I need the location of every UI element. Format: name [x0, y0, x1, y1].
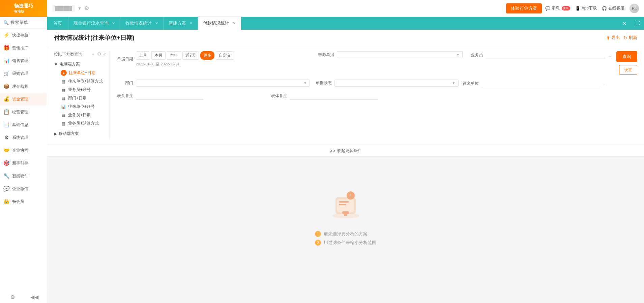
scheme-item-contact-payment[interactable]: ▦ 往来单位+结算方式 — [54, 77, 106, 86]
scheme-item-staff-payment[interactable]: ▦ 业务员+结算方式 — [54, 119, 106, 128]
main-area: ██████ ▼ ⚙ 体验行业方案 💬 消息 99+ 📱 App下载 🎧 在线客… — [47, 0, 644, 303]
collapse-bar: ∧∧ 收起更多条件 — [47, 145, 644, 157]
tab-bank[interactable]: 现金银行流水查询✕ — [68, 17, 120, 30]
basic-icon: 📑 — [3, 122, 9, 128]
topbar-gear-icon[interactable]: ⚙ — [84, 5, 89, 11]
message-icon: 💬 — [545, 6, 550, 11]
contact-more-icon[interactable]: … — [602, 81, 607, 86]
sidebar-item-member[interactable]: 👑 畅会员 — [0, 195, 47, 208]
collapse-label: 收起更多条件 — [337, 148, 361, 154]
scheme-item-staff-date[interactable]: ▦ 业务员+日期 — [54, 111, 106, 119]
sidebar-item-label-basic: 基础信息 — [12, 122, 28, 128]
contact-input[interactable] — [481, 80, 600, 87]
trial-button[interactable]: 体验行业方案 — [506, 3, 542, 13]
app-download-button[interactable]: 📱 App下载 — [575, 5, 597, 11]
maximize-tab-btn[interactable]: ⛶ — [631, 20, 644, 26]
tab-new-scheme[interactable]: 新建方案✕ — [164, 17, 198, 30]
staff-label: 业务员 — [466, 52, 483, 58]
custom-date-btn[interactable]: 自定义 — [216, 51, 234, 60]
empty-tip-1: 1 请先选择要分析的方案 — [315, 231, 376, 237]
export-button[interactable]: ⬆ 导出 — [606, 35, 620, 41]
avatar[interactable]: Rit — [630, 4, 639, 13]
sidebar-item-enterprise[interactable]: 🤝 企业协同 — [0, 144, 47, 157]
sidebar-item-system[interactable]: ⚙ 系统管理 — [0, 131, 47, 144]
sidebar-item-operation[interactable]: 📋 经营管理 — [0, 105, 47, 118]
scheme-label-staff-payment: 业务员+结算方式 — [68, 121, 99, 126]
inventory-icon: 📦 — [3, 83, 9, 89]
sidebar-item-finance[interactable]: 💰 资金管理 — [0, 93, 47, 105]
staff-input[interactable] — [486, 51, 606, 59]
finance-icon: 💰 — [3, 96, 9, 102]
dept-select[interactable]: ▼ — [136, 80, 310, 87]
sidebar-item-quick-nav[interactable]: ⚡ 快捷导航 — [0, 29, 47, 41]
sidebar-item-basic[interactable]: 📑 基础信息 — [0, 118, 47, 131]
app-icon: 📱 — [575, 6, 580, 11]
sidebar-item-label-marketing: 营销推广 — [12, 45, 28, 51]
tab-home[interactable]: 首页 — [47, 17, 68, 30]
tab-payment[interactable]: 付款情况统计✕ — [198, 17, 241, 30]
contact-label: 往来单位 — [462, 81, 479, 86]
mobile-section-title[interactable]: ▶ 移动端方案 — [54, 129, 106, 138]
service-label: 在线客服 — [608, 5, 624, 11]
close-tab-btn[interactable]: ✕ — [618, 20, 631, 27]
sidebar-item-inventory[interactable]: 📦 库存核算 — [0, 80, 47, 93]
sidebar-settings-btn[interactable]: ⚙ — [3, 294, 22, 300]
system-icon: ⚙ — [3, 134, 9, 141]
settings-button[interactable]: 设置 — [619, 65, 637, 75]
collapse-sidebar-icon[interactable]: « — [103, 51, 106, 57]
scheme-item-contact-account[interactable]: 📊 往来单位+账号 — [54, 102, 106, 111]
close-tab-payment-icon[interactable]: ✕ — [233, 21, 236, 26]
sidebar-item-sales[interactable]: 📊 销售管理 — [0, 54, 47, 67]
query-button[interactable]: 查询 — [616, 51, 637, 62]
sidebar-item-hardware[interactable]: 🔧 智能硬件 — [0, 170, 47, 182]
scheme-label-staff-account: 业务员+账号 — [68, 87, 91, 93]
table-note-input[interactable] — [136, 92, 203, 100]
sidebar-item-guide[interactable]: 🎯 新手引导 — [0, 157, 47, 170]
scheme-item-dept-date[interactable]: ▦ 部门+日期 — [54, 94, 106, 102]
enterprise-icon: 🤝 — [3, 147, 9, 153]
bill-status-select[interactable]: ▼ — [334, 80, 459, 87]
close-tab-collection-icon[interactable]: ✕ — [155, 21, 158, 26]
sidebar-item-label-guide: 新手引导 — [12, 160, 28, 166]
scheme-item-contact-date[interactable]: ● 往来单位+日期 — [54, 68, 106, 77]
staff-more-icon[interactable]: … — [608, 53, 613, 58]
message-button[interactable]: 💬 消息 99+ — [545, 5, 570, 11]
body-note-input[interactable] — [290, 92, 378, 100]
source-select[interactable]: ▼ — [337, 51, 463, 58]
tab-collection[interactable]: 收款情况统计✕ — [120, 17, 164, 30]
date-range-text: 2022-01-01 至 2022-12-31 — [136, 62, 312, 67]
sidebar-search[interactable]: 🔍 搜索菜单 — [0, 17, 47, 29]
scheme-label-staff-date: 业务员+日期 — [68, 112, 91, 118]
collapse-btn[interactable]: ∧∧ 收起更多条件 — [330, 148, 361, 154]
avatar-text: Rit — [632, 6, 636, 10]
online-service-button[interactable]: 🎧 在线客服 — [602, 5, 624, 11]
topbar-right: 💬 消息 99+ 📱 App下载 🎧 在线客服 Rit — [545, 4, 639, 13]
empty-tip-2: 2 用过滤条件来缩小分析范围 — [315, 240, 376, 246]
scheme-items: ● 往来单位+日期 ▦ 往来单位+结算方式 ▦ 业务员+账号 ▦ 部门+日期 📊… — [54, 68, 106, 128]
close-tab-new-scheme-icon[interactable]: ✕ — [189, 21, 193, 26]
sidebar-item-purchase[interactable]: 🛒 采购管理 — [0, 67, 47, 80]
refresh-button[interactable]: ↻ 刷新 — [623, 35, 637, 41]
last-7days-btn[interactable]: 近7天 — [182, 51, 199, 60]
sidebar-item-marketing[interactable]: 🎁 营销推广 — [0, 41, 47, 54]
sidebar-item-label-hardware: 智能硬件 — [12, 173, 28, 179]
pc-scheme-section: ▼ 电脑端方案 ● 往来单位+日期 ▦ 往来单位+结算方式 ▦ 业务员+账号 ▦… — [54, 60, 106, 128]
scheme-settings-icon[interactable]: ⚙ — [97, 51, 101, 57]
sidebar-item-wechat[interactable]: 💬 企业微信 — [0, 182, 47, 195]
tab-label-payment: 付款情况统计 — [203, 20, 229, 26]
this-month-btn[interactable]: 本月 — [151, 51, 166, 60]
empty-illustration: ! — [325, 184, 366, 224]
sidebar-collapse-btn[interactable]: ◀◀ — [25, 294, 45, 300]
body-note-field: 表体备注 — [269, 92, 492, 100]
add-scheme-icon[interactable]: ＋ — [91, 51, 95, 57]
more-dates-btn[interactable]: 更多 — [200, 51, 214, 60]
sidebar-search-label: 搜索菜单 — [10, 20, 28, 26]
close-tab-bank-icon[interactable]: ✕ — [112, 21, 115, 26]
this-year-btn[interactable]: 本年 — [167, 51, 181, 60]
last-month-btn[interactable]: 上月 — [136, 51, 150, 60]
scheme-table-icon-staff-account: ▦ — [61, 87, 66, 93]
date-options-group: 上月 本月 本年 近7天 更多 自定义 — [136, 51, 312, 60]
scheme-item-staff-account[interactable]: ▦ 业务员+账号 — [54, 86, 106, 94]
pc-section-title[interactable]: ▼ 电脑端方案 — [54, 60, 106, 68]
refresh-label: 刷新 — [628, 35, 637, 41]
